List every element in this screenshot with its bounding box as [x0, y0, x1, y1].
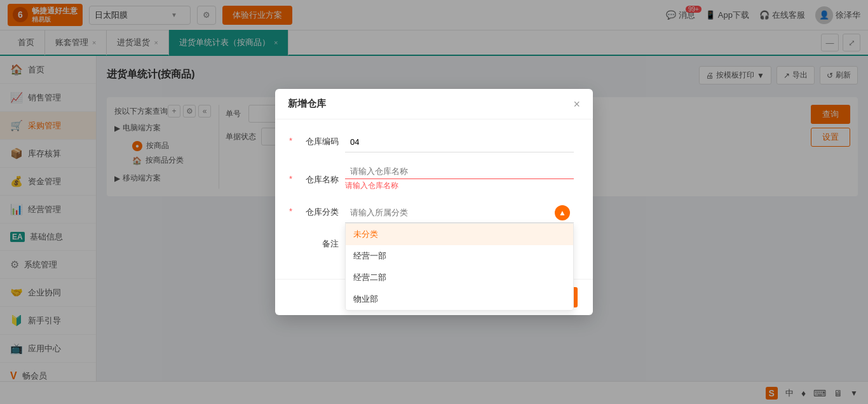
- modal-header: 新增仓库 ×: [275, 89, 593, 119]
- category-input[interactable]: [345, 203, 574, 223]
- code-label: 仓库编码: [294, 132, 339, 147]
- category-label: 仓库分类: [294, 203, 339, 218]
- name-field-col: 请输入仓库名称: [345, 164, 574, 191]
- category-option-dept1[interactable]: 经营一部: [346, 245, 573, 267]
- category-option-unclassified[interactable]: 未分类: [346, 224, 573, 245]
- modal-title: 新增仓库: [288, 98, 326, 110]
- name-error-tip: 请输入仓库名称: [345, 180, 574, 191]
- modal-body: 仓库编码 仓库名称 请输入仓库名称 仓库分类 ▲: [275, 119, 593, 279]
- name-input[interactable]: [345, 164, 574, 179]
- new-warehouse-modal: 新增仓库 × 仓库编码 仓库名称 请输入仓库名称: [275, 89, 593, 315]
- note-label: 备注: [294, 234, 339, 250]
- category-dropdown-arrow[interactable]: ▲: [555, 205, 570, 220]
- category-option-property[interactable]: 物业部: [346, 288, 573, 310]
- name-label: 仓库名称: [294, 170, 339, 185]
- category-dropdown-list: 未分类 经营一部 经营二部 物业部: [345, 223, 574, 311]
- form-row-name: 仓库名称 请输入仓库名称: [294, 164, 574, 191]
- category-option-dept2[interactable]: 经营二部: [346, 267, 573, 288]
- modal-overlay: 新增仓库 × 仓库编码 仓库名称 请输入仓库名称: [0, 0, 868, 404]
- code-input[interactable]: [345, 132, 574, 152]
- form-row-category: 仓库分类 ▲ 未分类 经营一部 经营二部 物业部: [294, 203, 574, 223]
- category-dropdown: ▲ 未分类 经营一部 经营二部 物业部: [345, 203, 574, 223]
- modal-close-btn[interactable]: ×: [573, 98, 580, 110]
- form-row-code: 仓库编码: [294, 132, 574, 152]
